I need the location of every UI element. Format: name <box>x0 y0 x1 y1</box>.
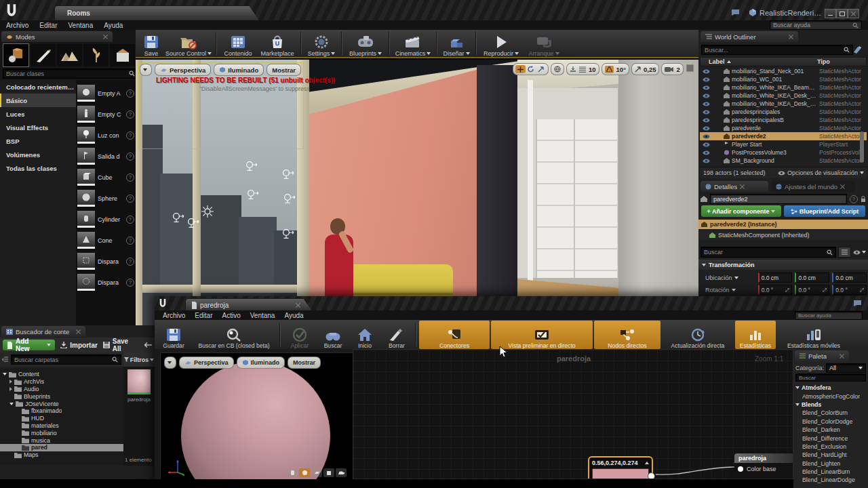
visibility-eye-icon[interactable] <box>703 159 710 163</box>
menu-ayuda[interactable]: Ayuda <box>284 312 303 319</box>
table-row[interactable]: paredverdeStaticMeshActor <box>700 124 867 132</box>
list-item[interactable]: Cylinder? <box>76 209 136 230</box>
folder-maps[interactable]: Maps <box>0 451 123 459</box>
lock-icon[interactable] <box>861 196 866 203</box>
category-bsp[interactable]: BSP <box>0 134 76 148</box>
live-nodes-toggle[interactable]: Nodos directos <box>594 321 660 349</box>
tab-content-browser[interactable]: Buscador de conte <box>1 326 85 337</box>
table-row[interactable]: mobiliario_White_IKEA_Desk_FaceStaticMes… <box>700 92 867 100</box>
help-icon[interactable]: ? <box>126 110 134 119</box>
instance-row[interactable]: paredverde2 (Instance) <box>698 220 868 229</box>
folders-search-input[interactable]: Buscar carpetas <box>11 354 121 365</box>
scale-snap-value[interactable]: 0,25 <box>644 66 656 73</box>
folder-musica[interactable]: musica <box>0 436 123 444</box>
visibility-eye-icon[interactable] <box>703 142 710 147</box>
angle-snap-value[interactable]: 10° <box>616 66 626 73</box>
visibility-eye-icon[interactable] <box>703 134 710 139</box>
location-y-field[interactable]: 0.0 cm <box>795 272 829 283</box>
folder-content[interactable]: Content <box>0 371 123 378</box>
save-button[interactable]: Save <box>140 30 163 57</box>
collapse-icon[interactable] <box>645 462 649 464</box>
material-asset-tab[interactable]: paredroja <box>185 298 312 311</box>
maximize-button[interactable] <box>836 9 848 18</box>
folder-josevicente[interactable]: JOseVicente <box>0 400 123 407</box>
category-recent[interactable]: Colocado recientemente <box>0 80 76 94</box>
classes-search-input[interactable]: Buscar clases <box>3 68 138 79</box>
table-row[interactable]: mobiliario_Stand_Neck_001StaticMeshActor <box>700 67 867 75</box>
close-icon[interactable] <box>789 35 793 39</box>
material-graph[interactable]: paredroja Zoom 1:1 0.56,0.274,0.274 pare… <box>353 349 793 479</box>
material-asset-thumbnail[interactable] <box>127 369 151 394</box>
menu-ventana[interactable]: Ventana <box>68 22 93 29</box>
category-lights[interactable]: Luces <box>0 107 76 121</box>
constant3-node[interactable]: 0.56,0.274,0.274 <box>588 456 653 479</box>
chat-bubble-icon[interactable] <box>853 300 862 307</box>
visibility-eye-icon[interactable] <box>703 150 710 155</box>
menu-archivo[interactable]: Archivo <box>163 312 185 319</box>
mode-foliage-tab[interactable] <box>83 44 108 66</box>
spotlight-gizmo-icon[interactable] <box>245 188 260 201</box>
material-result-node[interactable]: paredroja Color base <box>734 453 793 479</box>
details-search-input[interactable]: Buscar <box>701 247 836 258</box>
actor-name-field[interactable]: paredverde2 <box>710 194 847 204</box>
folder-hud[interactable]: HUD <box>0 415 123 422</box>
help-icon[interactable]: ? <box>126 89 134 98</box>
column-label[interactable]: Label <box>701 58 817 65</box>
table-row[interactable]: paredesprincipalesStaticMeshActor <box>700 108 867 116</box>
filters-button[interactable]: Filtros <box>123 352 155 367</box>
close-icon[interactable] <box>740 184 745 189</box>
mode-landscape-tab[interactable] <box>57 44 82 66</box>
conectores-toggle[interactable]: Conectores <box>419 321 490 349</box>
table-row[interactable]: mobiliario_White_IKEA_Desk_LegsStaticMes… <box>700 100 867 108</box>
inicio-button[interactable]: Inicio <box>350 321 380 349</box>
color-swatch[interactable] <box>592 468 649 479</box>
close-button[interactable] <box>848 9 859 18</box>
live-preview-toggle[interactable]: Vista preliminar en directo <box>491 321 593 349</box>
palette-item[interactable]: Blend_Darken <box>795 426 866 434</box>
rotation-z-field[interactable]: 0.0 ° <box>832 285 867 295</box>
palette-item[interactable]: Blend_ColorBurn <box>795 409 866 417</box>
collapse-sources-icon[interactable] <box>2 357 9 363</box>
live-update-button[interactable]: Actualización directa <box>662 321 734 349</box>
table-row[interactable]: paredesprincipalesBStaticMeshActor <box>700 116 867 124</box>
palette-item[interactable]: Blend_HardLight <box>795 451 866 459</box>
close-icon[interactable] <box>103 35 108 39</box>
source-control-button[interactable]: Source Control <box>165 30 212 57</box>
location-label[interactable]: Ubicación <box>705 274 755 281</box>
help-icon[interactable]: ? <box>126 216 134 224</box>
list-item[interactable]: Dispara? <box>76 272 136 293</box>
help-search-input[interactable]: Buscar ayuda <box>795 311 863 320</box>
move-tool-button[interactable] <box>515 65 526 73</box>
visibility-eye-icon[interactable] <box>703 118 710 123</box>
chat-bubble-icon[interactable] <box>731 9 740 16</box>
grid-snap-value[interactable]: 10 <box>589 66 596 73</box>
asset-label[interactable]: paredroja <box>123 396 155 403</box>
lit-mode-button[interactable]: Iluminado <box>214 64 264 76</box>
mode-geometry-tab[interactable] <box>110 44 135 66</box>
palette-item[interactable]: Blend_ColorDodge <box>795 418 866 426</box>
back-arrow-icon[interactable] <box>144 342 152 348</box>
menu-activo[interactable]: Activo <box>222 312 240 319</box>
help-icon[interactable]: ? <box>126 195 134 203</box>
help-icon[interactable]: ? <box>126 131 134 140</box>
cinematics-button[interactable]: Cinematics <box>393 30 433 57</box>
maximize-viewport-icon[interactable] <box>686 64 694 72</box>
rotation-y-field[interactable]: 0.0 ° <box>795 285 829 295</box>
scale-snap-icon[interactable] <box>635 66 641 73</box>
column-type[interactable]: Tipo <box>817 58 866 65</box>
list-item[interactable]: Luz con? <box>76 125 136 146</box>
sun-gizmo-icon[interactable] <box>201 205 216 218</box>
create-actor-icon[interactable] <box>852 45 863 54</box>
input-pin[interactable] <box>738 466 743 472</box>
grid-snap-icon[interactable] <box>579 66 586 73</box>
tab-world-settings[interactable]: Ajustes del mundo <box>771 181 855 192</box>
menu-editar[interactable]: Editar <box>39 22 57 29</box>
spotlight-gizmo-icon[interactable] <box>244 160 259 172</box>
tab-world-outliner[interactable]: World Outliner <box>701 31 798 42</box>
category-vfx[interactable]: Visual Effects <box>0 121 76 134</box>
view-options-button[interactable]: Opciones de visualización <box>787 169 867 176</box>
menu-ayuda[interactable]: Ayuda <box>104 22 123 29</box>
viewport-options-button[interactable] <box>140 64 152 76</box>
folder-archvis[interactable]: ArchVis <box>0 378 123 386</box>
folder-audio[interactable]: Audio <box>0 386 123 393</box>
